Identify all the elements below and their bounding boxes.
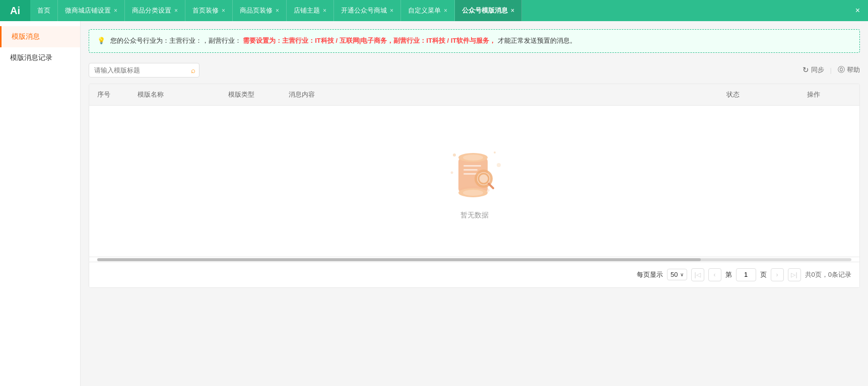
table-body-empty: 暂无数据: [89, 106, 859, 257]
tab-product-category[interactable]: 商品分类设置 ×: [125, 0, 185, 21]
sync-icon: ↻: [803, 65, 809, 74]
tab-product-deco[interactable]: 商品页装修 ×: [233, 0, 287, 21]
notice-icon: 💡: [97, 37, 105, 44]
page-last-button[interactable]: ▷|: [788, 268, 801, 281]
search-left: ⌕: [89, 63, 199, 78]
close-tab-store-theme[interactable]: ×: [323, 7, 326, 14]
svg-point-5: [463, 190, 483, 196]
empty-illustration: [444, 142, 505, 203]
page-first-button[interactable]: |◁: [691, 268, 704, 281]
divider: |: [830, 66, 832, 74]
total-info: 共0页，0条记录: [805, 270, 851, 279]
svg-point-16: [450, 171, 453, 174]
close-tab-wshop-settings[interactable]: ×: [114, 7, 117, 14]
sync-button[interactable]: ↻ 同步: [803, 65, 824, 74]
help-button[interactable]: ⓪ 帮助: [838, 65, 860, 74]
notice-highlight: 需要设置为：主营行业：IT科技 / 互联网|电子商务，副营行业：IT科技 / I…: [243, 37, 496, 44]
svg-point-13: [453, 153, 456, 157]
close-tab-open-mall[interactable]: ×: [390, 7, 393, 14]
sidebar-item-template-msg[interactable]: 模版消息: [0, 26, 80, 47]
close-tab-template-msg[interactable]: ×: [511, 7, 514, 14]
notice-box: 💡 您的公众号行业为：主营行业：，副营行业： 需要设置为：主营行业：IT科技 /…: [89, 29, 860, 53]
page-prev-button[interactable]: ‹: [708, 268, 721, 281]
notice-prefix: 您的公众号行业为：主营行业：，副营行业：: [110, 37, 241, 44]
search-icon[interactable]: ⌕: [191, 66, 195, 74]
tab-open-mall[interactable]: 开通公众号商城 ×: [334, 0, 401, 21]
table-header: 序号 模版名称 模版类型 消息内容 状态 操作: [89, 84, 859, 106]
page-size-select[interactable]: 50 ∨: [667, 269, 687, 280]
close-tab-product-category[interactable]: ×: [174, 7, 178, 14]
col-header-name: 模版名称: [129, 84, 220, 105]
tab-custom-menu[interactable]: 自定义菜单 ×: [401, 0, 455, 21]
page-number-input[interactable]: [736, 268, 756, 281]
search-input[interactable]: [89, 63, 199, 78]
page-size-label: 每页显示: [637, 270, 663, 279]
col-header-action: 操作: [799, 84, 859, 105]
tab-wshop-settings[interactable]: 微商城店铺设置 ×: [58, 0, 125, 21]
tab-home[interactable]: 首页: [30, 0, 58, 21]
svg-point-15: [497, 163, 501, 167]
logo: Ai: [0, 0, 30, 21]
search-input-wrapper: ⌕: [89, 63, 199, 78]
scrollbar-track[interactable]: [97, 258, 851, 261]
tab-bar: Ai 首页 微商城店铺设置 × 商品分类设置 × 首页装修 × 商品页装修 × …: [0, 0, 868, 21]
col-header-type: 模版类型: [220, 84, 281, 105]
search-bar: ⌕ ↻ 同步 | ⓪ 帮助: [89, 63, 860, 78]
global-close-button[interactable]: ×: [847, 0, 868, 21]
close-tab-homepage-deco[interactable]: ×: [222, 7, 225, 14]
help-icon: ⓪: [838, 65, 845, 74]
svg-rect-7: [463, 169, 478, 171]
scrollbar-area[interactable]: [89, 257, 859, 262]
sidebar-item-template-msg-record[interactable]: 模版消息记录: [0, 47, 80, 68]
close-tab-custom-menu[interactable]: ×: [444, 7, 447, 14]
table-container: 序号 模版名称 模版类型 消息内容 状态 操作: [89, 84, 860, 288]
svg-line-12: [489, 184, 493, 188]
tab-homepage-deco[interactable]: 首页装修 ×: [185, 0, 233, 21]
chevron-down-icon: ∨: [680, 272, 684, 277]
empty-text: 暂无数据: [460, 211, 489, 220]
content-area: 💡 您的公众号行业为：主营行业：，副营行业： 需要设置为：主营行业：IT科技 /…: [81, 21, 868, 386]
sidebar: 模版消息 模版消息记录: [0, 21, 81, 386]
pagination: 每页显示 50 ∨ |◁ ‹ 第 页 › ▷| 共0页，0条记录: [89, 262, 859, 287]
tab-template-msg[interactable]: 公众号模版消息 ×: [455, 0, 522, 21]
close-tab-product-deco[interactable]: ×: [276, 7, 279, 14]
scrollbar-thumb[interactable]: [97, 258, 701, 261]
col-header-index: 序号: [89, 84, 129, 105]
page-next-button[interactable]: ›: [771, 268, 784, 281]
search-right: ↻ 同步 | ⓪ 帮助: [803, 65, 860, 74]
svg-rect-6: [463, 165, 481, 167]
page-prefix: 第: [725, 270, 732, 279]
notice-suffix: 才能正常发送预置的消息。: [498, 37, 576, 44]
col-header-status: 状态: [718, 84, 799, 105]
col-header-content: 消息内容: [281, 84, 718, 105]
page-suffix: 页: [760, 270, 767, 279]
svg-point-14: [494, 151, 496, 153]
main-layout: 模版消息 模版消息记录 💡 您的公众号行业为：主营行业：，副营行业： 需要设置为…: [0, 21, 868, 386]
tab-store-theme[interactable]: 店铺主题 ×: [287, 0, 334, 21]
svg-point-3: [463, 155, 483, 161]
